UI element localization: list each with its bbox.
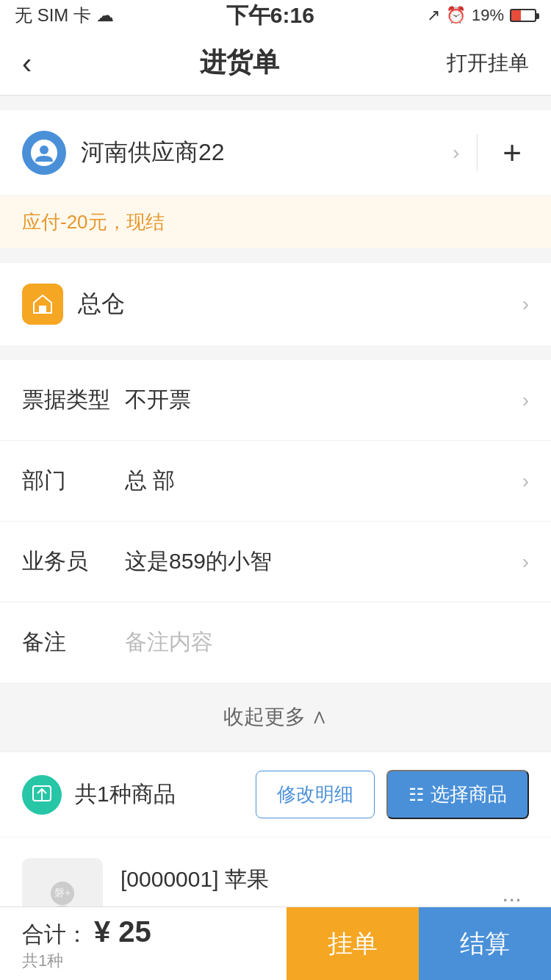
person-icon xyxy=(34,143,54,163)
total-label: 合计： xyxy=(22,920,88,950)
gap-1 xyxy=(0,96,551,110)
invoice-type-chevron-icon: › xyxy=(522,389,529,412)
alarm-icon: ⏰ xyxy=(446,6,466,25)
status-time: 下午6:16 xyxy=(226,1,314,31)
supplier-name: 河南供应商22 xyxy=(81,137,445,169)
sim-label: 无 SIM 卡 ☁ xyxy=(15,4,114,27)
supplier-avatar xyxy=(22,131,66,175)
form-section: 票据类型 不开票 › 部门 总 部 › 业务员 这是859的小智 › 备注 备注… xyxy=(0,360,551,682)
product-title: 苹果 xyxy=(225,867,269,891)
hang-button[interactable]: 挂单 xyxy=(287,907,419,980)
collapse-toggle-label: 收起更多 ∧ xyxy=(223,705,328,728)
back-button[interactable]: ‹ xyxy=(22,48,32,78)
product-id: [0000001] xyxy=(120,867,218,891)
department-row[interactable]: 部门 总 部 › xyxy=(0,441,551,522)
invoice-type-row[interactable]: 票据类型 不开票 › xyxy=(0,360,551,441)
select-product-label: 选择商品 xyxy=(431,782,507,807)
warehouse-icon xyxy=(22,284,63,325)
department-label: 部门 xyxy=(22,466,125,496)
products-icon xyxy=(22,775,62,815)
products-count: 共1种商品 xyxy=(75,779,256,810)
product-name: [0000001] 苹果 xyxy=(120,865,494,895)
invoice-type-label: 票据类型 xyxy=(22,385,125,415)
invoice-type-value: 不开票 xyxy=(125,385,515,415)
bottom-bar: 合计： ¥ 25 共1种 挂单 结算 xyxy=(0,907,551,980)
total-sub: 共1种 xyxy=(22,950,264,972)
supplier-section: 河南供应商22 › + 应付-20元，现结 xyxy=(0,110,551,248)
supplier-chevron-icon: › xyxy=(453,141,459,165)
collapse-toggle-button[interactable]: 收起更多 ∧ xyxy=(0,682,551,752)
salesman-label: 业务员 xyxy=(22,547,125,577)
status-left: 无 SIM 卡 ☁ xyxy=(15,4,114,27)
products-header: 共1种商品 修改明细 ☷ 选择商品 xyxy=(0,752,551,837)
remark-input[interactable]: 备注内容 xyxy=(125,627,529,657)
salesman-row[interactable]: 业务员 这是859的小智 › xyxy=(0,522,551,602)
select-product-button[interactable]: ☷ 选择商品 xyxy=(386,770,529,819)
cart-icon xyxy=(31,784,53,806)
department-chevron-icon: › xyxy=(522,469,529,493)
warehouse-chevron-icon: › xyxy=(522,292,529,316)
total-amount: ¥ 25 xyxy=(94,915,151,948)
svg-point-0 xyxy=(40,145,48,154)
checkout-label: 结算 xyxy=(460,927,510,961)
department-value: 总 部 xyxy=(125,466,515,496)
notice-text: 应付-20元，现结 xyxy=(22,211,165,233)
hang-label: 挂单 xyxy=(328,927,378,961)
page-title: 进货单 xyxy=(200,45,279,81)
status-right: ↗ ⏰ 19% xyxy=(427,6,536,25)
remark-row[interactable]: 备注 备注内容 xyxy=(0,602,551,682)
supplier-row[interactable]: 河南供应商22 › + xyxy=(0,110,551,196)
avatar-inner xyxy=(31,140,57,166)
warehouse-svg-icon xyxy=(31,292,54,316)
battery-percent: 19% xyxy=(472,6,504,25)
select-product-icon: ☷ xyxy=(408,785,425,805)
salesman-value: 这是859的小智 xyxy=(125,547,515,577)
status-bar: 无 SIM 卡 ☁ 下午6:16 ↗ ⏰ 19% xyxy=(0,0,551,31)
nav-bar: ‹ 进货单 打开挂单 xyxy=(0,31,551,96)
salesman-chevron-icon: › xyxy=(522,550,529,574)
battery-icon xyxy=(510,9,536,22)
bottom-total: 合计： ¥ 25 共1种 xyxy=(0,907,287,980)
location-icon: ↗ xyxy=(427,6,440,25)
checkout-button[interactable]: 结算 xyxy=(419,907,551,980)
add-supplier-button[interactable]: + xyxy=(495,137,529,169)
svg-text:磐+: 磐+ xyxy=(54,887,71,898)
total-row: 合计： ¥ 25 xyxy=(22,915,264,950)
open-hang-button[interactable]: 打开挂单 xyxy=(447,49,529,77)
modify-detail-button[interactable]: 修改明细 xyxy=(256,771,375,818)
remark-label: 备注 xyxy=(22,627,125,657)
warehouse-name: 总仓 xyxy=(78,288,515,320)
notice-bar: 应付-20元，现结 xyxy=(0,196,551,248)
svg-rect-1 xyxy=(39,306,46,313)
supplier-divider xyxy=(477,134,478,171)
warehouse-row[interactable]: 总仓 › xyxy=(0,263,551,345)
